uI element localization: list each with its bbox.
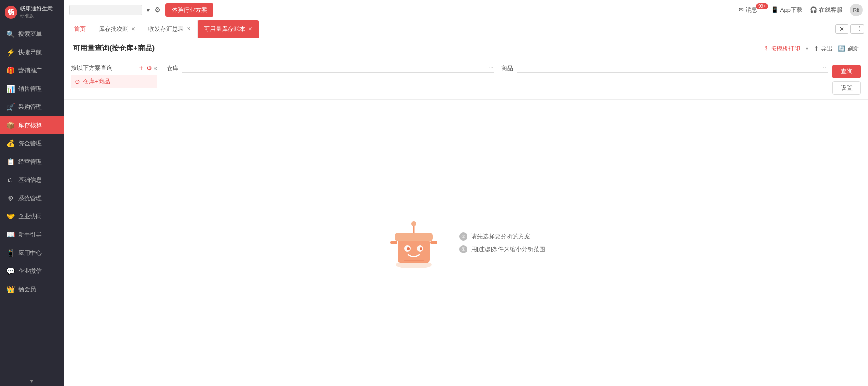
tabs-bar: 首页 库存批次账 ✕ 收发存汇总表 ✕ 可用量库存账本 ✕ ✕ ⛶ [64, 20, 868, 38]
sidebar-item-marketing[interactable]: 🎁 营销推广 [0, 62, 64, 80]
sidebar-item-sales[interactable]: 📊 销售管理 [0, 80, 64, 98]
svg-rect-7 [390, 241, 397, 244]
tab-available-label: 可用量库存账本 [204, 25, 245, 33]
refresh-button[interactable]: 🔄 刷新 [838, 45, 859, 53]
sidebar-item-label: 企业协同 [18, 212, 42, 221]
user-avatar[interactable]: Rit [850, 4, 863, 16]
topbar-right: ✉ 消息 99+ 📱 App下载 🎧 在线客服 Rit [739, 4, 863, 16]
sidebar-item-purchase[interactable]: 🛒 采购管理 [0, 98, 64, 116]
filter-product-field: 商品 ··· [501, 64, 828, 73]
page-header: 可用量查询(按仓库+商品) 🖨 按模板打印 ▾ ⬆ 导出 🔄 刷新 [64, 38, 868, 59]
tab-stock-summary-close[interactable]: ✕ [187, 26, 191, 32]
bell-icon: ✉ [739, 6, 744, 13]
warehouse-label: 仓库 [167, 64, 178, 72]
filter-warehouse-field: 仓库 ··· [167, 64, 494, 73]
app-icon: 📱 [6, 249, 15, 257]
sidebar-item-label: 资金管理 [18, 139, 42, 148]
filter-row-1: 仓库 ··· 商品 ··· [167, 64, 828, 73]
product-input[interactable] [517, 64, 823, 71]
wechat-icon: 💬 [6, 267, 15, 275]
tab-home[interactable]: 首页 [67, 20, 92, 38]
sidebar-scroll-down[interactable]: ▼ [0, 376, 64, 386]
app-download-button[interactable]: 📱 App下载 [771, 6, 802, 14]
avatar: Rit [850, 4, 863, 16]
query-button[interactable]: 查询 [832, 65, 861, 78]
tab-stock-summary[interactable]: 收发存汇总表 ✕ [142, 20, 198, 38]
tab-available-close[interactable]: ✕ [248, 26, 252, 32]
sidebar-item-label: 销售管理 [18, 85, 42, 93]
close-tab-button[interactable]: ✕ [835, 24, 848, 34]
main-area: ▾ ⚙ 体验行业方案 ✉ 消息 99+ 📱 App下载 🎧 在线客服 Rit [64, 0, 868, 386]
print-button[interactable]: 🖨 按模板打印 [763, 45, 800, 53]
filter-scheme-panel: 按以下方案查询 ＋ ⚙ « ⊙ 仓库+商品 [71, 64, 162, 88]
warehouse-input[interactable] [182, 64, 488, 71]
filter-fields: 仓库 ··· 商品 ··· [167, 64, 828, 73]
marketing-icon: 🎁 [6, 67, 15, 75]
svg-rect-1 [398, 238, 430, 263]
gear-button[interactable]: ⚙ [154, 5, 161, 14]
sidebar-item-operation[interactable]: 📋 经营管理 [0, 153, 64, 171]
export-button[interactable]: ⬆ 导出 [814, 45, 832, 53]
chevron-down-icon: ▼ [29, 378, 35, 384]
sidebar-item-wechat[interactable]: 💬 企业微信 [0, 262, 64, 280]
empty-tip-1: ① 请先选择要分析的方案 [459, 232, 545, 241]
expand-tab-button[interactable]: ⛶ [850, 24, 864, 34]
svg-rect-2 [395, 233, 433, 241]
filter-scheme-header: 按以下方案查询 ＋ ⚙ « [71, 64, 157, 72]
print-dropdown-button[interactable]: ▾ [806, 46, 808, 52]
tab-batch-close[interactable]: ✕ [131, 26, 135, 32]
sidebar-item-label: 企业微信 [18, 267, 42, 275]
svg-point-6 [420, 247, 422, 250]
sidebar-item-label: 畅会员 [18, 285, 36, 293]
sidebar-item-shortcut[interactable]: ⚡ 快捷导航 [0, 43, 64, 62]
sidebar-item-basic[interactable]: 🗂 基础信息 [0, 171, 64, 189]
product-more-icon[interactable]: ··· [822, 64, 828, 71]
sidebar-item-newbie[interactable]: 📖 新手引导 [0, 226, 64, 244]
filter-area: 按以下方案查询 ＋ ⚙ « ⊙ 仓库+商品 仓库 [64, 59, 868, 100]
sidebar-item-search[interactable]: 🔍 搜索菜单 [0, 25, 64, 43]
search-dropdown-button[interactable]: ▾ [147, 6, 150, 14]
trial-button[interactable]: 体验行业方案 [165, 3, 213, 17]
member-icon: 👑 [6, 285, 15, 293]
sidebar-brand: 畅 畅康通好生意 标准版 [5, 5, 59, 19]
tab-available[interactable]: 可用量库存账本 ✕ [198, 20, 259, 38]
sidebar-item-app[interactable]: 📱 应用中心 [0, 244, 64, 262]
notification-label: 消息 [746, 6, 757, 14]
newbie-icon: 📖 [6, 231, 15, 239]
tip-text-1: 请先选择要分析的方案 [471, 232, 530, 241]
scheme-item-warehouse-product[interactable]: ⊙ 仓库+商品 [71, 75, 157, 88]
warehouse-more-icon[interactable]: ··· [488, 64, 494, 71]
add-scheme-button[interactable]: ＋ [137, 64, 145, 72]
collapse-scheme-button[interactable]: « [154, 64, 157, 72]
sidebar-item-enterprise[interactable]: 🤝 企业协同 [0, 207, 64, 226]
notification-button[interactable]: ✉ 消息 99+ [739, 6, 764, 14]
topbar-search-input[interactable] [69, 5, 142, 15]
sidebar-item-label: 采购管理 [18, 103, 42, 111]
sales-icon: 📊 [6, 85, 15, 93]
sidebar-item-finance[interactable]: 💰 资金管理 [0, 134, 64, 153]
product-input-wrap: ··· [517, 64, 828, 73]
empty-state: ① 请先选择要分析的方案 ② 用[过滤]条件来缩小分析范围 [64, 100, 868, 386]
tip-num-2: ② [459, 245, 467, 253]
sidebar-item-label: 经营管理 [18, 158, 42, 166]
edit-scheme-button[interactable]: ⚙ [147, 64, 152, 72]
avatar-initials: Rit [853, 7, 859, 13]
purchase-icon: 🛒 [6, 103, 15, 111]
export-icon: ⬆ [814, 45, 819, 52]
tip-text-2: 用[过滤]条件来缩小分析范围 [471, 245, 545, 253]
tab-batch[interactable]: 库存批次账 ✕ [92, 20, 142, 38]
sidebar: 畅 畅康通好生意 标准版 🔍 搜索菜单 ⚡ 快捷导航 🎁 营销推广 📊 销售管理… [0, 0, 64, 386]
empty-illustration [386, 216, 441, 270]
sidebar-item-member[interactable]: 👑 畅会员 [0, 280, 64, 299]
filter-scheme-label: 按以下方案查询 [71, 64, 112, 72]
inventory-icon: 📦 [6, 121, 15, 129]
query-actions: 查询 设置 [832, 64, 861, 95]
svg-rect-8 [430, 241, 437, 244]
sidebar-item-inventory[interactable]: 📦 库存核算 [0, 116, 64, 134]
sidebar-item-system[interactable]: ⚙ 系统管理 [0, 189, 64, 207]
page-content: 可用量查询(按仓库+商品) 🖨 按模板打印 ▾ ⬆ 导出 🔄 刷新 [64, 38, 868, 386]
setting-button[interactable]: 设置 [832, 81, 861, 95]
refresh-label: 刷新 [847, 45, 859, 53]
headset-icon: 🎧 [810, 6, 817, 13]
online-service-button[interactable]: 🎧 在线客服 [810, 6, 843, 14]
